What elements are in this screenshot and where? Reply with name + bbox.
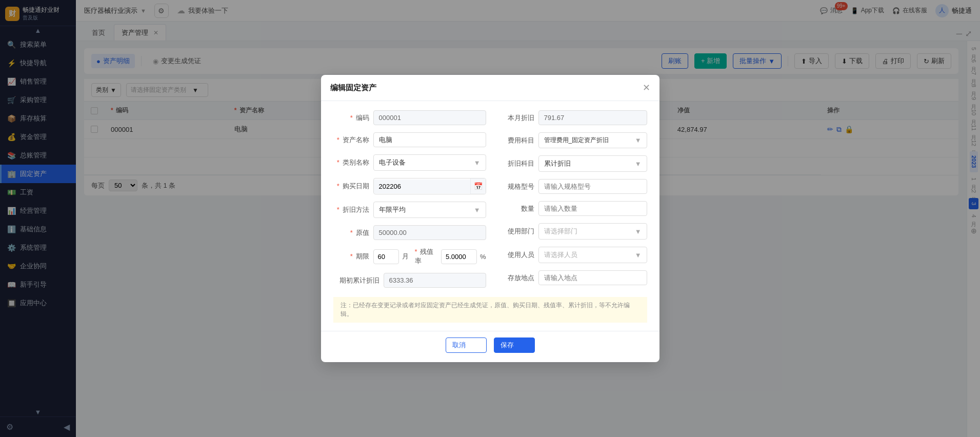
dialog-footer: 取消 保存 — [321, 331, 659, 362]
initial-depreciation-input[interactable] — [384, 273, 486, 288]
period-unit-label: 月 — [402, 252, 409, 261]
original-value-label: * 原值 — [333, 228, 369, 237]
form-row-spec: 规格型号 — [498, 179, 647, 194]
dept-label: 使用部门 — [498, 227, 534, 236]
dialog-body: * 编码 * 资产名称 — [321, 101, 659, 297]
category-label: * 类别名称 — [333, 158, 369, 167]
form-row-code: * 编码 — [333, 110, 486, 125]
purchase-date-label: * 购买日期 — [333, 182, 369, 191]
original-value-input[interactable] — [373, 225, 486, 240]
cancel-button[interactable]: 取消 — [446, 337, 487, 353]
dialog-title: 编辑固定资产 — [330, 83, 376, 93]
form-row-purchase-date: * 购买日期 📅 — [333, 178, 486, 194]
expense-subject-select[interactable]: 管理费用_固定资产折旧 ▼ — [538, 132, 647, 148]
form-row-name: * 资产名称 — [333, 132, 486, 147]
code-label: * 编码 — [333, 113, 369, 123]
form-row-depreciation-method: * 折旧方法 年限平均 ▼ — [333, 202, 486, 218]
percent-icon: % — [480, 253, 486, 261]
dialog-close-button[interactable]: ✕ — [643, 82, 650, 93]
dept-arrow: ▼ — [635, 228, 642, 235]
purchase-date-input-wrap: 📅 — [373, 178, 486, 194]
form-row-location: 存放地点 — [498, 270, 647, 285]
depreciation-method-label: * 折旧方法 — [333, 205, 369, 214]
edit-asset-dialog: 编辑固定资产 ✕ * 编码 — [321, 75, 659, 362]
name-label: * 资产名称 — [333, 135, 369, 145]
name-input[interactable] — [373, 132, 486, 147]
quantity-label: 数量 — [498, 204, 534, 213]
depreciation-method-arrow: ▼ — [474, 206, 481, 214]
period-label: * 期限 — [333, 252, 369, 261]
form-row-initial-depreciation: 期初累计折旧 — [333, 273, 486, 288]
dep-subject-label: 折旧科目 — [498, 159, 534, 168]
form-col-right: 本月折旧 费用科目 管理费用_固定资产折旧 ▼ — [498, 110, 647, 288]
spec-label: 规格型号 — [498, 182, 534, 191]
location-label: 存放地点 — [498, 273, 534, 283]
quantity-input[interactable] — [538, 201, 647, 216]
person-label: 使用人员 — [498, 250, 534, 260]
person-arrow: ▼ — [635, 251, 642, 259]
dialog-note: 注：已经存在变更记录或者对应固定资产已经生成凭证，原值、购买日期、残值率、累计折… — [333, 297, 647, 323]
dep-subject-arrow: ▼ — [635, 160, 642, 168]
period-residual-row: 月 * 残值率 % — [373, 247, 486, 266]
initial-depreciation-label: 期初累计折旧 — [333, 276, 379, 285]
form-row-category: * 类别名称 电子设备 ▼ — [333, 154, 486, 171]
form-row-original-value: * 原值 — [333, 225, 486, 240]
period-input[interactable] — [373, 249, 399, 264]
purchase-date-input[interactable] — [374, 180, 470, 193]
category-select-arrow: ▼ — [474, 159, 481, 167]
form-row-dept: 使用部门 请选择部门 ▼ — [498, 223, 647, 240]
expense-subject-arrow: ▼ — [635, 136, 642, 144]
form-row-person: 使用人员 请选择人员 ▼ — [498, 247, 647, 263]
form-col-left: * 编码 * 资产名称 — [333, 110, 486, 288]
form-row-monthly-dep: 本月折旧 — [498, 110, 647, 125]
residual-rate-label: * 残值率 — [415, 247, 435, 266]
form-row-dep-subject: 折旧科目 累计折旧 ▼ — [498, 155, 647, 172]
form-row-expense-subject: 费用科目 管理费用_固定资产折旧 ▼ — [498, 132, 647, 148]
monthly-dep-input[interactable] — [538, 110, 647, 125]
location-input[interactable] — [538, 270, 647, 285]
category-select[interactable]: 电子设备 ▼ — [373, 154, 486, 171]
dialog-header: 编辑固定资产 ✕ — [321, 75, 659, 101]
expense-subject-label: 费用科目 — [498, 136, 534, 145]
depreciation-method-select[interactable]: 年限平均 ▼ — [373, 202, 486, 218]
dep-subject-select[interactable]: 累计折旧 ▼ — [538, 155, 647, 172]
form-row-period: * 期限 月 * 残值率 % — [333, 247, 486, 266]
code-input[interactable] — [373, 110, 486, 125]
save-button[interactable]: 保存 — [494, 337, 535, 353]
person-select[interactable]: 请选择人员 ▼ — [538, 247, 647, 263]
spec-input[interactable] — [538, 179, 647, 194]
form-grid: * 编码 * 资产名称 — [333, 110, 647, 288]
dialog-overlay: 编辑固定资产 ✕ * 编码 — [0, 0, 980, 437]
dept-select[interactable]: 请选择部门 ▼ — [538, 223, 647, 240]
form-row-quantity: 数量 — [498, 201, 647, 216]
monthly-dep-label: 本月折旧 — [498, 113, 534, 123]
residual-rate-input[interactable] — [441, 249, 477, 264]
calendar-icon[interactable]: 📅 — [470, 178, 486, 194]
